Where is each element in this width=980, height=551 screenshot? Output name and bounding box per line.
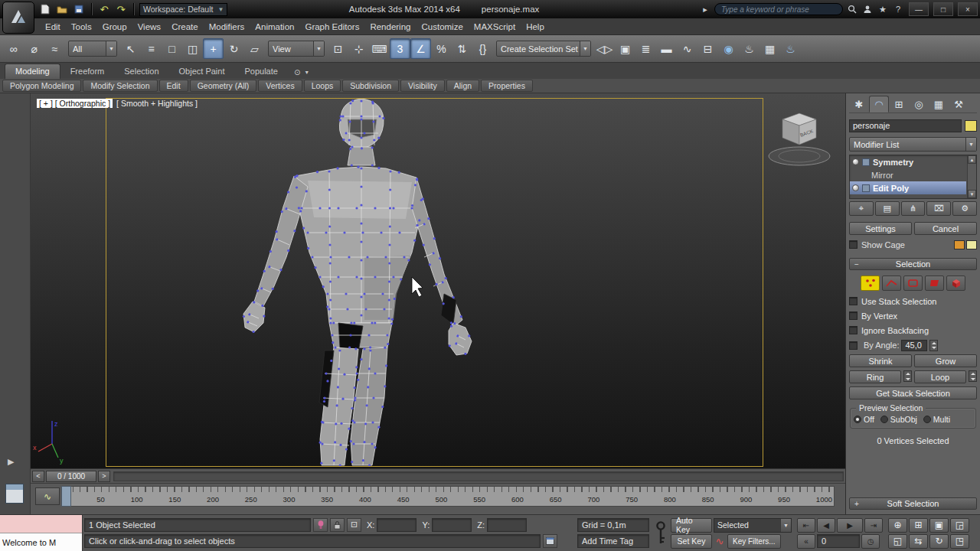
zoom-icon[interactable]: ⊕ bbox=[888, 518, 907, 533]
menu-item[interactable]: Create bbox=[166, 19, 204, 34]
use-pivot-point-center-icon[interactable]: ⊡ bbox=[328, 38, 348, 59]
checkbox-box[interactable] bbox=[849, 326, 858, 334]
ribbon-panel[interactable]: Properties bbox=[481, 80, 533, 92]
selection-filter-dropdown[interactable]: All▼ bbox=[68, 41, 117, 57]
ribbon-panel[interactable]: Align bbox=[446, 80, 479, 92]
selection-rollout-header[interactable]: − Selection bbox=[849, 258, 977, 270]
mini-listener-window-icon[interactable] bbox=[5, 484, 24, 504]
set-keys-button[interactable] bbox=[653, 518, 668, 549]
previous-frame-arrow[interactable]: < bbox=[32, 471, 44, 482]
show-cage-checkbox[interactable] bbox=[849, 240, 858, 249]
menu-item[interactable]: Animation bbox=[250, 19, 299, 34]
select-and-rotate-icon[interactable]: ↻ bbox=[224, 38, 244, 59]
menu-item[interactable]: Graph Editors bbox=[299, 19, 364, 34]
graphite-ribbon-toggle-icon[interactable]: ▬ bbox=[656, 38, 677, 59]
remove-modifier-icon[interactable]: ⌧ bbox=[926, 201, 951, 216]
unlink-selection-icon[interactable]: ⌀ bbox=[24, 38, 44, 59]
help-icon[interactable]: ? bbox=[892, 3, 904, 15]
preview-off-radio[interactable]: Off bbox=[854, 415, 874, 424]
bind-to-space-warp-icon[interactable]: ≈ bbox=[44, 38, 65, 59]
add-time-tag[interactable]: Add Time Tag bbox=[577, 534, 649, 548]
ignore-backfacing-checkbox[interactable]: Ignore Backfacing bbox=[849, 323, 977, 337]
layer-manager-icon[interactable]: ≣ bbox=[635, 38, 656, 59]
current-frame-field[interactable]: 0 bbox=[817, 534, 860, 548]
named-selection-set-dropdown[interactable]: Create Selection Set▼ bbox=[496, 41, 591, 57]
modifier-onoff-bulb-icon[interactable] bbox=[852, 158, 859, 165]
menu-item[interactable]: Group bbox=[97, 19, 132, 34]
mirror-icon[interactable]: ◁▷ bbox=[594, 38, 615, 59]
object-name-field[interactable]: personaje bbox=[849, 119, 962, 132]
pan-icon[interactable]: ⇆ bbox=[909, 534, 928, 549]
viewcube[interactable]: BACK bbox=[769, 113, 830, 165]
show-end-result-icon[interactable]: ▤ bbox=[875, 201, 900, 216]
loop-spinner[interactable] bbox=[969, 370, 977, 382]
ring-button[interactable]: Ring bbox=[849, 370, 901, 383]
select-object-icon[interactable]: ↖ bbox=[120, 38, 141, 59]
go-to-end-button[interactable]: ⇥ bbox=[864, 518, 883, 533]
menu-item[interactable]: Customize bbox=[416, 19, 468, 34]
ribbon-panel[interactable]: Loops bbox=[304, 80, 341, 92]
key-step-back-button[interactable]: « bbox=[797, 534, 815, 549]
select-and-scale-icon[interactable]: ▱ bbox=[244, 38, 265, 59]
application-menu-button[interactable] bbox=[2, 2, 34, 34]
get-stack-selection-button[interactable]: Get Stack Selection bbox=[849, 386, 977, 399]
by-vertex-checkbox[interactable]: By Vertex bbox=[849, 308, 977, 323]
menu-item[interactable]: Views bbox=[132, 19, 166, 34]
edit-named-selection-sets-icon[interactable]: {} bbox=[472, 38, 493, 59]
modifier-stack-row[interactable]: Symmetry bbox=[850, 155, 966, 168]
snaps-toggle-3d-icon[interactable]: 3 bbox=[390, 38, 410, 59]
orbit-icon[interactable]: ↻ bbox=[929, 534, 949, 549]
polygon-subobject-button[interactable] bbox=[925, 276, 944, 291]
communication-panel-icon[interactable] bbox=[543, 534, 557, 548]
menu-item[interactable]: Rendering bbox=[364, 19, 416, 34]
key-filters-button[interactable]: Key Filters... bbox=[727, 534, 781, 549]
zoom-extents-icon[interactable]: ▣ bbox=[929, 518, 949, 533]
modifier-list-dropdown[interactable]: Modifier List ▼ bbox=[849, 137, 977, 152]
ribbon-panel[interactable]: Polygon Modeling bbox=[2, 80, 81, 92]
ribbon-panel[interactable]: Geometry (All) bbox=[190, 80, 257, 92]
settings-button[interactable]: Settings bbox=[849, 222, 912, 235]
y-coordinate-field[interactable] bbox=[432, 518, 472, 532]
infocenter-search-input[interactable] bbox=[714, 3, 843, 15]
maximize-viewport-icon[interactable]: ◳ bbox=[950, 534, 969, 549]
angle-snap-toggle-icon[interactable]: ∠ bbox=[410, 38, 431, 59]
cancel-button[interactable]: Cancel bbox=[914, 222, 977, 235]
previous-frame-button[interactable]: ◀ bbox=[817, 518, 835, 533]
use-stack-selection-checkbox[interactable]: Use Stack Selection bbox=[849, 294, 977, 308]
modify-tab-icon[interactable]: ◠ bbox=[869, 96, 889, 112]
absolute-offset-toggle[interactable]: ⊡ bbox=[347, 518, 361, 532]
open-file-icon[interactable] bbox=[55, 2, 69, 16]
render-production-icon[interactable]: ♨ bbox=[780, 38, 801, 59]
menu-item[interactable]: Edit bbox=[40, 19, 66, 34]
zoom-all-icon[interactable]: ⊞ bbox=[909, 518, 928, 533]
percent-snap-toggle-icon[interactable]: % bbox=[431, 38, 452, 59]
by-angle-value-field[interactable]: 45,0 bbox=[901, 340, 927, 351]
soft-selection-rollout-header[interactable]: + Soft Selection bbox=[849, 497, 977, 510]
radio-dot[interactable] bbox=[854, 416, 861, 423]
maximize-button[interactable]: □ bbox=[933, 2, 953, 16]
pin-stack-icon[interactable]: ⌖ bbox=[849, 201, 874, 216]
listener-pane[interactable]: Welcome to M bbox=[0, 533, 82, 551]
rectangular-selection-region-icon[interactable]: □ bbox=[162, 38, 182, 59]
menu-item[interactable]: Modifiers bbox=[204, 19, 250, 34]
default-tangent-icon[interactable]: ∿ bbox=[714, 536, 726, 547]
expand-arrow-icon[interactable]: ▸ bbox=[699, 3, 711, 15]
next-frame-arrow[interactable]: > bbox=[98, 471, 110, 482]
auto-key-button[interactable]: Auto Key bbox=[671, 518, 712, 533]
select-and-manipulate-icon[interactable]: ⊹ bbox=[348, 38, 369, 59]
workspace-dropdown[interactable]: Workspace: Default ▼ bbox=[139, 3, 227, 16]
character-mesh[interactable] bbox=[243, 99, 472, 465]
time-slider-track[interactable] bbox=[113, 471, 844, 481]
grow-button[interactable]: Grow bbox=[914, 354, 977, 367]
border-subobject-button[interactable] bbox=[903, 276, 923, 291]
make-unique-icon[interactable]: ⋔ bbox=[901, 201, 926, 216]
utilities-tab-icon[interactable]: ⚒ bbox=[949, 96, 969, 112]
zoom-region-icon[interactable]: ◱ bbox=[888, 534, 907, 549]
radio-dot[interactable] bbox=[923, 416, 931, 423]
track-bar-ruler[interactable]: 0501001502002503003504004505005506006507… bbox=[64, 486, 835, 507]
isolate-selection-toggle[interactable] bbox=[313, 518, 328, 532]
set-key-button[interactable]: Set Key bbox=[671, 534, 712, 549]
element-subobject-button[interactable] bbox=[946, 276, 965, 291]
cage-selected-color-swatch[interactable] bbox=[966, 240, 977, 249]
undo-icon[interactable]: ↶ bbox=[97, 2, 111, 16]
